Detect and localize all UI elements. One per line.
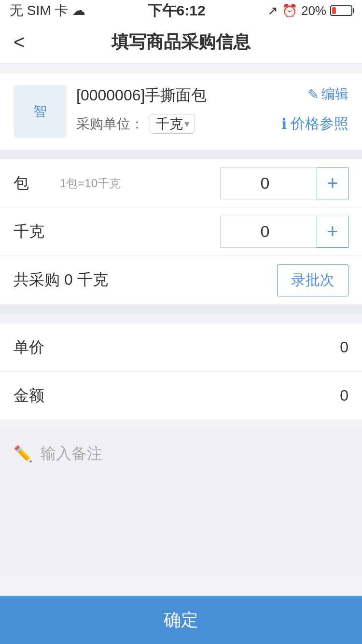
alarm-icon: ⏰ (282, 3, 297, 18)
price-ref-label: 价格参照 (291, 114, 348, 134)
unit-price-value: 0 (340, 338, 348, 356)
section-divider-2 (0, 304, 362, 314)
remark-placeholder: 输入备注 (41, 443, 102, 464)
bag-number-box: + (220, 168, 348, 199)
unit-label: 采购单位： (76, 115, 144, 133)
status-right: ↗ ⏰ 20% (267, 3, 352, 18)
no-sim-label: 无 SIM 卡 ☁ (10, 1, 85, 20)
location-icon: ↗ (267, 3, 278, 18)
confirm-button[interactable]: 确定 (0, 596, 362, 644)
nav-bar: < 填写商品采购信息 (0, 21, 362, 64)
confirm-label: 确定 (164, 608, 198, 632)
remark-section[interactable]: ✏️ 输入备注 (0, 430, 362, 478)
total-prefix: 共采购 (14, 271, 60, 288)
edit-icon: ✎ (307, 86, 319, 102)
kg-plus-button[interactable]: + (317, 216, 348, 248)
amount-row: 金额 0 (0, 372, 362, 420)
price-section: 单价 0 金额 0 (0, 323, 362, 420)
product-unit-row: 采购单位： 千克 ℹ 价格参照 (76, 114, 348, 134)
battery-percent: 20% (301, 3, 326, 18)
kg-number-box: + (220, 216, 348, 248)
price-ref-button[interactable]: ℹ 价格参照 (281, 114, 348, 134)
status-left: 无 SIM 卡 ☁ (10, 1, 85, 20)
total-value: 0 (64, 271, 73, 288)
bag-sublabel: 1包=10千克 (60, 176, 212, 191)
kg-input-row: 千克 + (0, 208, 362, 256)
edit-label: 编辑 (321, 85, 348, 103)
edit-button[interactable]: ✎ 编辑 (307, 85, 348, 103)
batch-button[interactable]: 录批次 (277, 264, 348, 296)
total-row: 共采购 0 千克 录批次 (0, 256, 362, 304)
battery-icon (330, 5, 352, 16)
section-divider-1 (0, 150, 362, 159)
bag-label: 包 (14, 173, 52, 194)
product-thumbnail: 智 (14, 85, 67, 138)
unit-select-wrap[interactable]: 千克 (150, 114, 195, 134)
status-bar: 无 SIM 卡 ☁ 下午6:12 ↗ ⏰ 20% (0, 0, 362, 21)
amount-label: 金额 (14, 385, 340, 406)
kg-input[interactable] (220, 216, 317, 248)
bag-input[interactable] (220, 168, 317, 199)
input-section: 包 1包=10千克 + 千克 + (0, 159, 362, 256)
total-text: 共采购 0 千克 (14, 269, 269, 291)
bag-plus-button[interactable]: + (317, 168, 348, 199)
kg-label: 千克 (14, 221, 52, 242)
product-logo-text: 智 (33, 102, 47, 121)
price-ref-icon: ℹ (281, 115, 287, 132)
unit-price-label: 单价 (14, 337, 340, 358)
bag-input-row: 包 1包=10千克 + (0, 159, 362, 208)
amount-value: 0 (340, 387, 348, 405)
unit-price-row: 单价 0 (0, 323, 362, 372)
total-unit: 千克 (77, 271, 108, 288)
remark-icon: ✏️ (14, 445, 33, 463)
back-button[interactable]: < (14, 31, 25, 53)
status-time: 下午6:12 (148, 1, 206, 21)
unit-select[interactable]: 千克 (150, 114, 195, 134)
content-space (0, 478, 362, 574)
product-card: 智 [0000006]手撕面包 采购单位： 千克 ℹ 价格参照 ✎ 编辑 (0, 73, 362, 150)
page-title: 填写商品采购信息 (111, 30, 251, 54)
